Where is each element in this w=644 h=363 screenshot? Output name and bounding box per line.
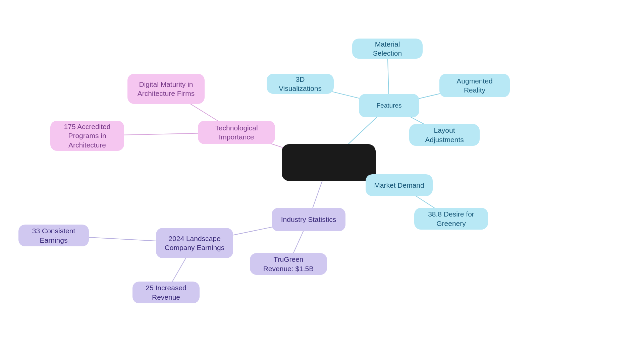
digital-maturity-node[interactable]: Digital Maturity in Architecture Firms bbox=[127, 74, 205, 104]
layout-adjustments-node[interactable]: Layout Adjustments bbox=[409, 124, 480, 146]
augmented-reality-node[interactable]: Augmented Reality bbox=[439, 74, 510, 97]
consistent-earnings-node[interactable]: 33 Consistent Earnings bbox=[18, 225, 89, 246]
trugreen-revenue-node[interactable]: TruGreen Revenue: $1.5B bbox=[250, 253, 327, 275]
industry-statistics-node[interactable]: Industry Statistics bbox=[272, 208, 345, 231]
desire-greenery-node[interactable]: 38.8 Desire for Greenery bbox=[414, 208, 488, 230]
material-selection-node[interactable]: Material Selection bbox=[352, 39, 423, 59]
accredited-programs-node[interactable]: 175 Accredited Programs in Architecture bbox=[50, 121, 124, 151]
landscape-earnings-node[interactable]: 2024 Landscape Company Earnings bbox=[156, 228, 233, 258]
market-demand-node[interactable]: Market Demand bbox=[366, 174, 433, 196]
features-node[interactable]: Features bbox=[359, 94, 419, 117]
tech-importance-node[interactable]: Technological Importance bbox=[198, 121, 275, 144]
3d-visualizations-node[interactable]: 3D Visualizations bbox=[267, 74, 334, 94]
center-node[interactable] bbox=[282, 144, 376, 181]
increased-revenue-node[interactable]: 25 Increased Revenue bbox=[132, 282, 200, 303]
